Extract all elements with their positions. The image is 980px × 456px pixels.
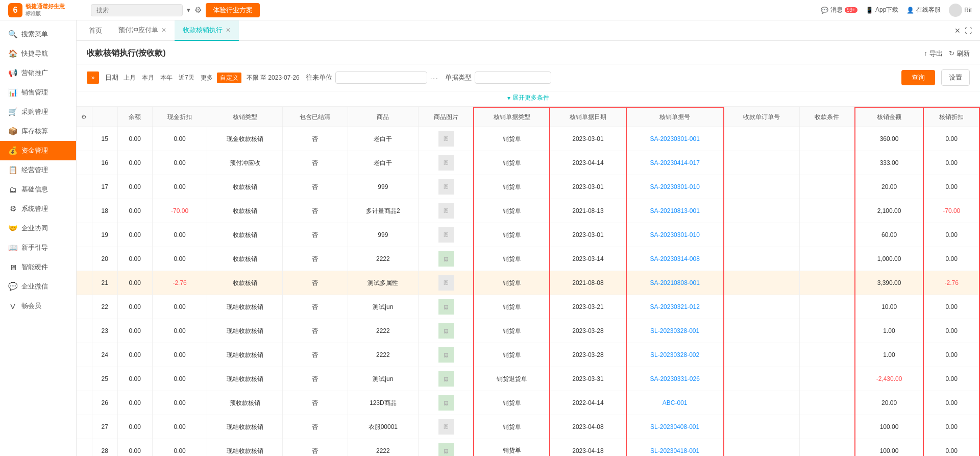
voucher-no-link[interactable]: SA-20230301-001 <box>650 135 699 142</box>
tab-expand-button[interactable]: ⛶ <box>965 27 972 35</box>
settings-icon-button[interactable]: ⚙ <box>194 5 202 15</box>
cell-write-off-discount: 0.00 <box>923 367 979 391</box>
page-content: 收款核销执行(按收款) ↑ 导出 ↻ 刷新 » 日期 <box>77 41 980 456</box>
cell-voucher-type: 销货单 <box>474 151 550 175</box>
cell-cash-discount: 0.00 <box>152 319 207 343</box>
voucher-no-link[interactable]: SL-20230328-002 <box>650 351 699 358</box>
top-search-input[interactable] <box>91 4 183 16</box>
sidebar-item-purchase[interactable]: 🛒 采购管理 <box>0 102 76 122</box>
cell-write-off-amount: 1,000.00 <box>855 247 924 271</box>
date-custom[interactable]: 自定义 <box>217 73 241 83</box>
cell-write-off-type: 预收款核销 <box>207 391 282 415</box>
voucher-no-link[interactable]: SA-20230301-010 <box>650 231 699 238</box>
service-icon: 👤 <box>906 7 914 14</box>
expand-more-button[interactable]: ▾ 展开更多条件 <box>507 93 549 102</box>
cell-goods: 老白干 <box>348 151 419 175</box>
cell-write-off-amount: 333.00 <box>855 151 924 175</box>
cell-goods-img: 🖼 <box>419 247 474 271</box>
tab-prepay-close[interactable]: ✕ <box>161 27 166 34</box>
cell-voucher-date: 2023-03-28 <box>550 343 626 367</box>
goods-image: 图 <box>438 179 454 195</box>
sidebar-item-operations[interactable]: 📋 经营管理 <box>0 160 76 180</box>
voucher-no-link[interactable]: SA-20230321-012 <box>650 303 699 310</box>
sidebar-item-marketing[interactable]: 📢 营销推广 <box>0 63 76 83</box>
user-profile[interactable]: Rit <box>949 4 972 17</box>
tab-close-button[interactable]: ✕ <box>954 27 961 35</box>
cell-seq: 16 <box>92 151 117 175</box>
messages-button[interactable]: 💬 消息 99+ <box>821 6 857 14</box>
filter-expand-button[interactable]: » <box>87 71 99 84</box>
cell-cash-discount: 0.00 <box>152 391 207 415</box>
sidebar-item-guide[interactable]: 📖 新手引导 <box>0 238 76 257</box>
date-last-month[interactable]: 上月 <box>121 73 138 83</box>
home-icon: 🏠 <box>8 49 17 58</box>
voucher-no-link[interactable]: SA-20230331-026 <box>650 375 699 382</box>
export-button[interactable]: ↑ 导出 <box>924 49 943 58</box>
date-this-year[interactable]: 本年 <box>158 73 175 83</box>
tab-prepay[interactable]: 预付冲应付单 ✕ <box>110 20 175 41</box>
cell-seq: 28 <box>92 439 117 457</box>
sidebar-item-basic[interactable]: 🗂 基础信息 <box>0 180 76 199</box>
voucher-no-link[interactable]: SA-20230314-008 <box>650 255 699 262</box>
voucher-type-select[interactable] <box>475 71 551 84</box>
cell-write-off-discount: 0.00 <box>923 415 979 439</box>
voucher-no-link[interactable]: SA-20230301-010 <box>650 183 699 190</box>
main-layout: 🔍 搜索菜单 🏠 快捷导航 📢 营销推广 📊 销售管理 🛒 采购管理 📦 库存核… <box>0 20 980 456</box>
from-unit-input[interactable] <box>335 71 427 84</box>
cell-balance: 0.00 <box>117 295 152 319</box>
refresh-button[interactable]: ↻ 刷新 <box>949 49 970 58</box>
cell-gear <box>77 343 92 367</box>
voucher-no-link[interactable]: SL-20230328-001 <box>650 327 699 334</box>
tab-home[interactable]: 首页 <box>81 20 110 41</box>
tab-collection[interactable]: 收款核销执行 ✕ <box>175 20 239 41</box>
cell-balance: 0.00 <box>117 247 152 271</box>
wechat-icon: 💬 <box>8 282 17 291</box>
th-write-off-type: 核销类型 <box>207 107 282 127</box>
cell-balance: 0.00 <box>117 223 152 247</box>
date-filter-group: 日期 上月 本月 本年 近7天 更多 自定义 不限 至 2023-07-26 <box>105 73 300 83</box>
app-download-button[interactable]: 📱 App下载 <box>866 6 898 14</box>
voucher-no-link[interactable]: SA-20210813-001 <box>650 207 699 214</box>
date-more[interactable]: 更多 <box>199 73 215 83</box>
cell-voucher-date: 2023-03-14 <box>550 247 626 271</box>
sidebar-item-shortcuts[interactable]: 🏠 快捷导航 <box>0 44 76 63</box>
sidebar-item-inventory[interactable]: 📦 库存核算 <box>0 122 76 141</box>
query-button[interactable]: 查询 <box>901 70 935 85</box>
goods-image: 🖼 <box>438 443 454 456</box>
date-this-month[interactable]: 本月 <box>140 73 156 83</box>
cell-write-off-discount: 0.00 <box>923 127 979 151</box>
sidebar-item-collab[interactable]: 🤝 企业协同 <box>0 219 76 238</box>
sidebar-item-member[interactable]: V 畅会员 <box>0 296 76 316</box>
cell-collection-condition <box>799 151 855 175</box>
online-service-button[interactable]: 👤 在线客服 <box>906 6 941 14</box>
sidebar-item-finance[interactable]: 💰 资金管理 <box>0 141 76 160</box>
cell-voucher-date: 2023-04-08 <box>550 415 626 439</box>
voucher-no-link[interactable]: ABC-001 <box>663 399 688 406</box>
cell-collection-order-no <box>724 391 799 415</box>
sidebar-item-system[interactable]: ⚙ 系统管理 <box>0 199 76 219</box>
sidebar-item-hardware[interactable]: 🖥 智能硬件 <box>0 257 76 277</box>
cell-collection-order-no <box>724 127 799 151</box>
date-7days[interactable]: 近7天 <box>177 73 197 83</box>
th-gear[interactable]: ⚙ <box>77 107 92 127</box>
voucher-no-link[interactable]: SA-20210808-001 <box>650 279 699 286</box>
sidebar-item-search[interactable]: 🔍 搜索菜单 <box>0 25 76 44</box>
cell-goods: 衣服00001 <box>348 415 419 439</box>
cell-write-off-discount: 0.00 <box>923 319 979 343</box>
th-voucher-date: 核销单据日期 <box>550 107 626 127</box>
cell-voucher-no: SL-20230328-001 <box>626 319 724 343</box>
industry-solution-button[interactable]: 体验行业方案 <box>206 3 260 17</box>
table-row: 19 0.00 0.00 收款核销 否 999 图 销货单 2023-03-01… <box>77 223 979 247</box>
sidebar-item-sales[interactable]: 📊 销售管理 <box>0 83 76 102</box>
setting-button[interactable]: 设置 <box>941 69 970 86</box>
voucher-no-link[interactable]: SA-20230414-017 <box>650 159 699 166</box>
voucher-no-link[interactable]: SL-20230408-001 <box>650 423 699 430</box>
dropdown-button[interactable]: ▾ <box>187 6 190 14</box>
cell-voucher-no: SA-20230301-001 <box>626 127 724 151</box>
sidebar-item-wechat[interactable]: 💬 企业微信 <box>0 277 76 296</box>
voucher-no-link[interactable]: SL-20230418-001 <box>650 447 699 454</box>
cell-voucher-type: 销货单 <box>474 415 550 439</box>
tab-collection-close[interactable]: ✕ <box>226 27 231 34</box>
cell-seq: 26 <box>92 391 117 415</box>
table-area[interactable]: ⚙ 余额 现金折扣 核销类型 包含已结清 商品 商品图片 核销单据类型 核销单据… <box>77 107 980 456</box>
